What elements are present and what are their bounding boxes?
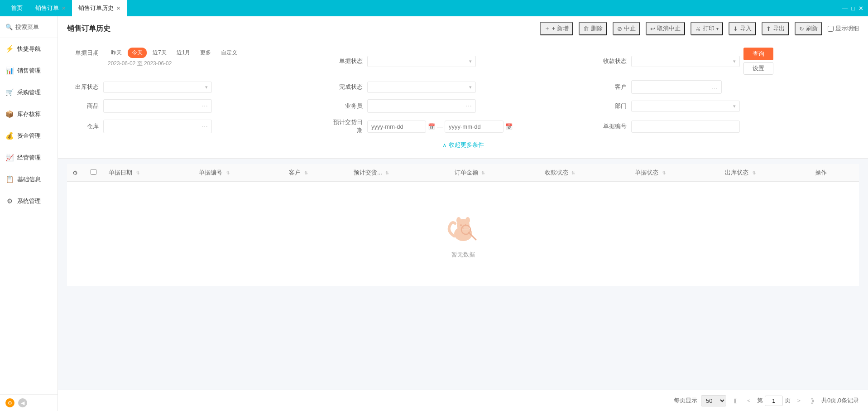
display-details-checkbox[interactable]: 显示明细 bbox=[828, 24, 859, 33]
complete-status-select[interactable]: ▾ bbox=[367, 82, 476, 93]
import-icon: ⬇ bbox=[733, 25, 738, 32]
sort-out-status-icon[interactable]: ⇅ bbox=[752, 170, 756, 175]
sort-customer-icon[interactable]: ⇅ bbox=[304, 170, 308, 175]
maximize-button[interactable]: □ bbox=[851, 5, 855, 12]
operations-icon: 📈 bbox=[5, 154, 14, 162]
salesperson-input[interactable]: ··· bbox=[367, 99, 476, 113]
receipt-status-select[interactable]: ▾ bbox=[631, 56, 740, 67]
page-number-input[interactable] bbox=[765, 396, 783, 406]
product-input[interactable]: ··· bbox=[103, 99, 212, 113]
page-prefix-label: 第 bbox=[757, 396, 763, 405]
sidebar-item-sys-mgmt-label: 系统管理 bbox=[17, 197, 41, 205]
table-header-row: ⚙ 单据日期 ⇅ 单据编号 ⇅ bbox=[67, 164, 859, 182]
filter-col-salesperson: 业务员 ··· bbox=[331, 99, 595, 113]
sort-receipt-status-icon[interactable]: ⇅ bbox=[571, 170, 575, 175]
table-settings-icon[interactable]: ⚙ bbox=[72, 169, 78, 176]
sidebar-item-purchase-mgmt[interactable]: 🛒 采购管理 bbox=[0, 82, 58, 103]
date-label: 单据日期 bbox=[67, 49, 103, 57]
sort-bill-status-icon[interactable]: ⇅ bbox=[662, 170, 666, 175]
table-head: ⚙ 单据日期 ⇅ 单据编号 ⇅ bbox=[67, 164, 859, 182]
stop-button[interactable]: ⊘ 中止 bbox=[613, 22, 640, 35]
sort-bill-no-icon[interactable]: ⇅ bbox=[226, 170, 230, 175]
tab-sales-order-history[interactable]: 销售订单历史 ✕ bbox=[72, 0, 127, 16]
sidebar-item-inventory[interactable]: 📦 库存核算 bbox=[0, 103, 58, 125]
query-button[interactable]: 查询 bbox=[743, 48, 773, 60]
date-btn-1month[interactable]: 近1月 bbox=[173, 48, 195, 58]
sidebar-item-sales-mgmt[interactable]: 📊 销售管理 bbox=[0, 60, 58, 82]
bill-status-select[interactable]: ▾ bbox=[367, 56, 476, 67]
bill-no-input[interactable] bbox=[631, 121, 740, 133]
tab-sales-order-close[interactable]: ✕ bbox=[62, 5, 66, 11]
customer-input[interactable]: ... bbox=[631, 80, 722, 94]
sidebar-item-quick-nav[interactable]: ⚡ 快捷导航 bbox=[0, 38, 58, 60]
display-details-input[interactable] bbox=[828, 26, 834, 32]
customer-ellipsis: ... bbox=[712, 83, 718, 91]
add-button[interactable]: ＋ + 新增 bbox=[540, 22, 573, 35]
collapse-link[interactable]: ∧ 收起更多条件 bbox=[67, 138, 859, 152]
import-button[interactable]: ⬇ 导入 bbox=[729, 22, 756, 35]
sort-amount-icon[interactable]: ⇅ bbox=[481, 170, 485, 175]
cancel-stop-icon: ↩ bbox=[650, 25, 655, 32]
dept-chevron: ▾ bbox=[733, 103, 736, 109]
sidebar-item-operations[interactable]: 📈 经营管理 bbox=[0, 147, 58, 169]
th-expected-date: 预计交货... ⇅ bbox=[348, 164, 449, 182]
th-bill-status: 单据状态 ⇅ bbox=[629, 164, 719, 182]
warehouse-input[interactable]: ··· bbox=[103, 120, 212, 133]
finance-icon: 💰 bbox=[5, 132, 14, 140]
pagination-nav: ⟪ ＜ 第 页 ＞ ⟫ bbox=[730, 395, 818, 406]
sidebar-search[interactable]: 🔍 搜索菜单 bbox=[0, 16, 58, 38]
sidebar-item-finance[interactable]: 💰 资金管理 bbox=[0, 125, 58, 147]
table-body: 暂无数据 bbox=[67, 182, 859, 286]
close-button[interactable]: ✕ bbox=[858, 5, 863, 12]
out-status-select[interactable]: ▾ bbox=[103, 82, 212, 93]
print-button[interactable]: 🖨 打印 ▾ bbox=[691, 22, 723, 35]
dept-select[interactable]: ▾ bbox=[631, 101, 740, 112]
last-page-button[interactable]: ⟫ bbox=[807, 396, 818, 406]
settings-button[interactable]: 设置 bbox=[743, 62, 773, 75]
select-all-checkbox[interactable] bbox=[91, 169, 96, 175]
empty-text: 暂无数据 bbox=[451, 251, 475, 259]
date-separator: — bbox=[437, 123, 443, 130]
date-btn-custom[interactable]: 自定义 bbox=[217, 48, 241, 58]
print-icon: 🖨 bbox=[695, 25, 701, 32]
delete-button[interactable]: 🗑 删除 bbox=[579, 22, 607, 35]
search-icon: 🔍 bbox=[5, 24, 13, 30]
tab-home[interactable]: 首页 bbox=[5, 0, 29, 16]
date-btn-7days[interactable]: 近7天 bbox=[149, 48, 171, 58]
sidebar-item-sys-mgmt[interactable]: ⚙ 系统管理 bbox=[0, 190, 58, 212]
export-button[interactable]: ⬆ 导出 bbox=[762, 22, 789, 35]
prev-page-button[interactable]: ＜ bbox=[742, 395, 755, 406]
sort-expected-date-icon[interactable]: ⇅ bbox=[385, 170, 389, 175]
content: 销售订单历史 ＋ + 新增 🗑 删除 ⊘ 中止 ↩ 取消中止 bbox=[58, 16, 868, 411]
tab-home-label: 首页 bbox=[11, 4, 23, 12]
sidebar: 🔍 搜索菜单 ⚡ 快捷导航 📊 销售管理 🛒 采购管理 📦 库存核算 💰 资金管… bbox=[0, 16, 58, 411]
sidebar-settings-icon[interactable]: ⚙ bbox=[5, 398, 14, 407]
sidebar-item-basic-info[interactable]: 📋 基础信息 bbox=[0, 169, 58, 190]
print-dropdown-icon: ▾ bbox=[716, 26, 719, 31]
date-from-input[interactable] bbox=[367, 121, 426, 133]
calendar-to-icon[interactable]: 📅 bbox=[505, 123, 513, 130]
minimize-button[interactable]: — bbox=[842, 5, 848, 12]
sidebar-item-finance-label: 资金管理 bbox=[17, 132, 41, 140]
filter-row-2: 出库状态 ▾ 完成状态 ▾ 客户 ... bbox=[67, 80, 859, 94]
date-btn-today[interactable]: 今天 bbox=[128, 48, 147, 58]
dept-label: 部门 bbox=[595, 102, 631, 110]
empty-row: 暂无数据 bbox=[67, 182, 859, 286]
date-btn-yesterday[interactable]: 昨天 bbox=[107, 48, 126, 58]
svg-point-3 bbox=[465, 217, 470, 223]
next-page-button[interactable]: ＞ bbox=[792, 395, 806, 406]
sort-date-icon[interactable]: ⇅ bbox=[136, 170, 139, 175]
date-btn-more[interactable]: 更多 bbox=[196, 48, 215, 58]
bill-status-label: 单据状态 bbox=[331, 57, 367, 65]
tab-sales-order-history-close[interactable]: ✕ bbox=[116, 5, 120, 11]
refresh-button[interactable]: ↻ 刷新 bbox=[795, 22, 822, 35]
sidebar-collapse-icon[interactable]: ◀ bbox=[18, 398, 27, 407]
first-page-button[interactable]: ⟪ bbox=[730, 396, 740, 406]
calendar-from-icon[interactable]: 📅 bbox=[428, 123, 435, 130]
date-to-input[interactable] bbox=[445, 121, 504, 133]
sidebar-bottom: ⚙ ◀ bbox=[0, 394, 58, 411]
per-page-select[interactable]: 50 10 20 100 bbox=[701, 395, 726, 406]
cancel-stop-button[interactable]: ↩ 取消中止 bbox=[646, 22, 685, 35]
svg-point-4 bbox=[460, 224, 462, 226]
tab-sales-order[interactable]: 销售订单 ✕ bbox=[29, 0, 72, 16]
